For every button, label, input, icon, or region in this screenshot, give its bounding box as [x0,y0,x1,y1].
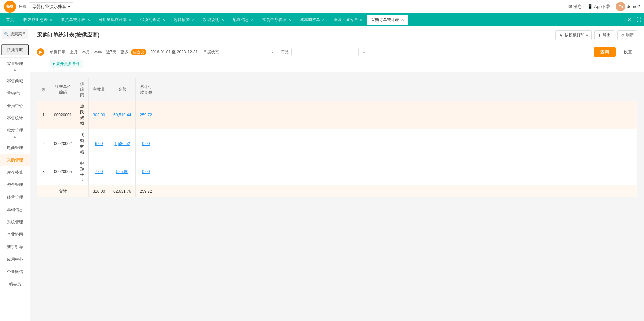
date-shortcut-this-month[interactable]: 本月 [80,49,91,56]
chevron-down-icon: ▲ [13,135,17,138]
expand-more-button[interactable]: ▾ 展开更多条件 [50,60,83,68]
row-1-supplier: 惠氏奶粉 [76,101,89,129]
tab-overstock-alert[interactable]: 超储预警 ✕ [170,15,199,25]
workspace-selector[interactable]: 母婴行业演示账套 ▾ [29,2,73,11]
sidebar-item-ecommerce[interactable]: 电商管理 [0,142,30,154]
row-3-quantity[interactable]: 7.00 [89,158,109,185]
filter-status-select[interactable] [222,48,275,56]
sidebar-item-app-center[interactable]: 应用中心 [0,253,30,266]
filter-more-dots[interactable]: ··· [361,49,365,55]
table-row: 2 00020002 飞鹤奶粉 6.00 1,586.52 0.00 [37,129,637,158]
tab-picking-task[interactable]: 拣货任务管理 ✕ [258,15,295,25]
tab-purchase-order-summary-close[interactable]: ✕ [401,18,404,22]
row-2-amount[interactable]: 1,586.52 [109,129,136,158]
row-2-paid[interactable]: 0.00 [136,129,156,158]
sidebar-item-system-label: 系统管理 [7,219,23,225]
tab-function-desc[interactable]: 功能说明 ✕ [199,15,228,25]
tab-home[interactable]: 首页 [1,15,19,25]
message-button[interactable]: ✉ 消息 [568,4,582,10]
data-table: ⚙ 往来单位编码 供应商 主数量 金额 累计付款金额 1 00020001 [37,78,637,197]
tab-receive-summary-close[interactable]: ✕ [50,18,52,22]
tab-warranty-query-close[interactable]: ✕ [162,18,165,22]
date-custom-badge[interactable]: 自定义 [131,49,146,55]
chevron-down-icon: ▲ [13,68,17,71]
sidebar-item-enterprise[interactable]: 企业协同 [0,228,30,241]
sidebar-item-enterprise-wechat[interactable]: 企业微信 [0,266,30,278]
tab-warranty-query[interactable]: 保质期查询 ✕ [136,15,169,25]
row-2-supplier: 飞鹤奶粉 [76,129,89,158]
row-2-quantity[interactable]: 6.00 [89,129,109,158]
row-3-amount[interactable]: 525.80 [109,158,136,185]
sidebar-item-purchase[interactable]: 采购管理 [0,154,30,166]
sidebar-item-finance[interactable]: 资金管理 [0,179,30,191]
sidebar-item-operations[interactable]: 经营管理 [0,191,30,204]
tab-inventory-ledger[interactable]: 可用量库存账本 ✕ [95,15,136,25]
workspace-label: 母婴行业演示账套 [32,4,67,10]
row-2-code: 00020002 [50,129,76,158]
tab-cost-adjust[interactable]: 成本调整单 ✕ [296,15,329,25]
workspace-dropdown-icon: ▾ [68,4,70,9]
sidebar-item-basic-info[interactable]: 基础信息 [0,204,30,216]
col-header-paid: 累计付款金额 [136,78,156,101]
row-1-code: 00020001 [50,101,76,129]
sidebar-item-marketing[interactable]: 营销推广 [0,87,30,100]
filter-goods-label: 商品 [281,49,289,55]
row-1-quantity[interactable]: 303.00 [89,101,109,129]
quick-nav-button[interactable]: 快捷导航 [1,44,29,55]
date-shortcut-last-month[interactable]: 上月 [68,49,79,56]
sidebar-item-retail-mall[interactable]: 零售商城 [0,75,30,87]
query-button[interactable]: 查询 [594,47,616,57]
export-button[interactable]: ⬇ 导出 [594,30,614,40]
search-menu-button[interactable]: 🔍 搜索菜单 [2,29,28,39]
top-bar-left: 畅捷 标题 母婴行业演示账套 ▾ [4,1,73,13]
tab-inventory-ledger-close[interactable]: ✕ [129,18,131,22]
tab-function-desc-close[interactable]: ✕ [221,18,224,22]
row-2-num: 2 [37,129,50,158]
print-button[interactable]: 🖨 按模板打印 ▾ [555,30,592,40]
tab-function-desc-label: 功能说明 [203,17,219,23]
sidebar-search-section: 🔍 搜索菜单 [0,26,30,42]
tab-overstock-alert-close[interactable]: ✕ [192,18,195,22]
setting-button[interactable]: 设置 [619,47,637,57]
footer-extra [156,185,637,197]
search-icon: 🔍 [4,32,9,37]
row-3-paid[interactable]: 0.00 [136,158,156,185]
filter-toggle-button[interactable]: ▶ [37,48,44,56]
tab-config-info-close[interactable]: ✕ [251,18,254,22]
tab-config-info[interactable]: 配置信息 ✕ [229,15,258,25]
sidebar-item-inventory[interactable]: 库存核算 [0,166,30,179]
sidebar-item-retail[interactable]: 零售管理 ▲ [0,58,30,75]
tab-order-summary-close[interactable]: ✕ [87,18,90,22]
tab-receive-summary[interactable]: 收发存汇总表 ✕ [19,15,56,25]
refresh-button[interactable]: ↻ 刷新 [617,30,637,40]
tab-maximize-button[interactable]: ⛶ [635,16,643,24]
sidebar-item-members[interactable]: 会员中心 [0,100,30,112]
sidebar-item-retail-stats[interactable]: 零售统计 [0,112,30,124]
app-download-button[interactable]: 📱 App下载 [587,4,610,10]
sidebar-item-members-label: 会员中心 [7,103,23,109]
table-settings-icon[interactable]: ⚙ [41,87,46,92]
tab-invite-customer[interactable]: 邀请下游客户 ✕ [329,15,366,25]
row-1-paid[interactable]: 259.72 [136,101,156,129]
tab-invite-customer-close[interactable]: ✕ [360,18,362,22]
filter-goods-input[interactable] [291,48,359,56]
sidebar-item-system[interactable]: 系统管理 [0,216,30,228]
tab-cost-adjust-close[interactable]: ✕ [322,18,325,22]
sidebar-item-membership[interactable]: 畅会员 [0,278,30,290]
tab-picking-task-close[interactable]: ✕ [288,18,291,22]
date-shortcut-more[interactable]: 更多 [119,49,130,56]
sidebar-item-newbie[interactable]: 新手引导 [0,241,30,253]
tab-close-all-button[interactable]: ✕ [625,16,633,24]
row-1-amount[interactable]: 60,519.44 [109,101,136,129]
user-profile[interactable]: Ea demo2 [616,2,640,11]
sidebar-item-retail-stats-label: 零售统计 [7,115,23,121]
date-shortcut-7days[interactable]: 近7天 [105,49,118,56]
row-3-supplier: 好孩子 ▾ [76,158,89,185]
sidebar-item-wholesale[interactable]: 批发管理 ▲ [0,124,30,142]
date-shortcut-this-year[interactable]: 本年 [93,49,103,56]
refresh-icon: ↻ [621,33,624,38]
tab-purchase-order-summary-label: 采购订单统计表 [371,17,399,23]
tab-bar: 首页 收发存汇总表 ✕ 要货单统计表 ✕ 可用量库存账本 ✕ 保质期查询 ✕ 超… [0,13,644,26]
tab-purchase-order-summary[interactable]: 采购订单统计表 ✕ [367,15,408,25]
tab-order-summary[interactable]: 要货单统计表 ✕ [57,15,94,25]
